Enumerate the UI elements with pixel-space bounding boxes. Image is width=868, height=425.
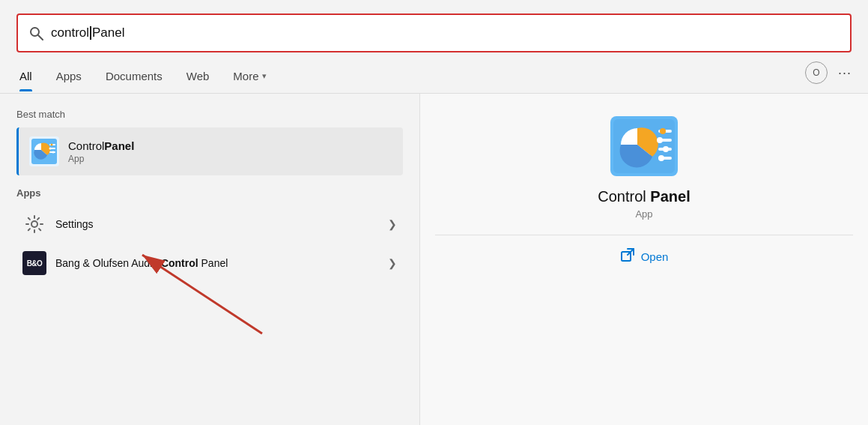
search-icon — [28, 25, 43, 40]
bno-name-plain: Bang & Olufsen Audio — [55, 257, 161, 269]
best-match-sub: App — [68, 154, 134, 164]
right-panel: Control Panel App Open — [419, 94, 868, 425]
best-match-name-bold: Panel — [104, 139, 134, 152]
best-match-name: ControlPanel — [68, 139, 134, 152]
tabs-right: O ··· — [805, 61, 852, 93]
best-match-name-plain: Control — [68, 139, 104, 152]
chevron-right-icon: ❯ — [388, 218, 397, 230]
svg-point-11 — [31, 221, 37, 227]
search-mode-button[interactable]: O — [805, 61, 828, 84]
chevron-down-icon: ▾ — [262, 71, 267, 81]
svg-point-23 — [663, 146, 669, 152]
open-label: Open — [641, 250, 669, 263]
right-panel-sub: App — [635, 208, 652, 220]
settings-name: Settings — [55, 218, 388, 230]
main-content: Best match — [0, 94, 868, 425]
search-input[interactable]: controlPanel — [51, 25, 125, 40]
right-title-plain: Control — [598, 188, 650, 205]
bno-name: Bang & Olufsen Audio Control Panel — [55, 257, 388, 269]
tab-documents[interactable]: Documents — [94, 64, 174, 91]
apps-section-label: Apps — [16, 187, 403, 199]
tab-more[interactable]: More ▾ — [221, 64, 278, 91]
control-panel-icon-large — [610, 116, 678, 176]
svg-point-9 — [49, 148, 52, 150]
tabs-row: All Apps Documents Web More ▾ O ··· — [0, 52, 868, 94]
svg-point-8 — [51, 144, 53, 146]
left-panel: Best match — [0, 94, 419, 425]
settings-list-item[interactable]: Settings ❯ — [16, 205, 403, 244]
open-external-icon — [620, 247, 635, 266]
tab-more-label: More — [233, 70, 258, 82]
bno-list-item[interactable]: B&O Bang & Olufsen Audio Control Panel ❯ — [16, 244, 403, 283]
svg-point-24 — [658, 155, 664, 161]
best-match-label: Best match — [16, 109, 403, 120]
more-options-button[interactable]: ··· — [838, 65, 852, 81]
tab-all[interactable]: All — [16, 64, 44, 91]
search-text-after: Panel — [92, 25, 124, 40]
right-title-bold: Panel — [650, 188, 690, 205]
bno-name-bold: Control — [161, 257, 198, 269]
svg-point-22 — [657, 137, 663, 143]
bno-icon: B&O — [22, 251, 46, 275]
open-button[interactable]: Open — [620, 247, 669, 266]
svg-point-21 — [660, 128, 666, 134]
search-text-before: control — [51, 25, 89, 40]
svg-line-1 — [38, 35, 43, 40]
search-container: controlPanel — [0, 0, 868, 52]
tab-apps[interactable]: Apps — [44, 64, 94, 91]
tab-web[interactable]: Web — [174, 64, 222, 91]
right-panel-title: Control Panel — [598, 188, 690, 205]
bno-name-rest: Panel — [198, 257, 228, 269]
search-box: controlPanel — [16, 13, 852, 52]
settings-icon — [22, 212, 46, 236]
control-panel-icon-small — [29, 136, 59, 166]
best-match-item[interactable]: ControlPanel App — [16, 127, 403, 175]
svg-point-10 — [52, 151, 55, 154]
best-match-text: ControlPanel App — [68, 139, 134, 164]
chevron-right-icon-2: ❯ — [388, 257, 397, 269]
right-divider — [435, 235, 853, 235]
